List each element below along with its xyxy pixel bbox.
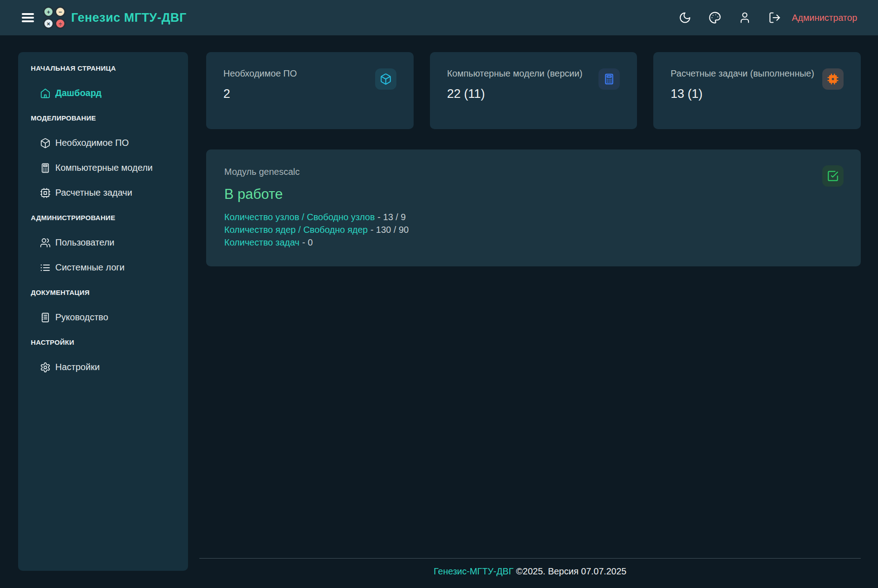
user-role-label: Администратор [792, 13, 857, 23]
sidebar-section-home: НАЧАЛЬНАЯ СТРАНИЦА [18, 56, 188, 81]
app-title: Генезис МГТУ-ДВГ [71, 11, 187, 25]
sidebar-item-label: Пользователи [55, 237, 115, 248]
sidebar-item-label: Руководство [55, 312, 108, 323]
stat-card-computer-models: Компьютерные модели (версии) 22 (11) [430, 52, 637, 129]
footer-copyright: ©2025. Версия 07.07.2025 [516, 566, 627, 576]
stat-card-calc-tasks: Расчетные задачи (выполненные) 13 (1) [653, 52, 861, 129]
module-stat-label: Количество узлов / Свободно узлов [224, 212, 375, 222]
box-icon [40, 138, 51, 149]
divide-icon: ÷ [55, 18, 66, 29]
plus-icon: + [43, 6, 54, 17]
stat-card-icon-tile [375, 68, 396, 90]
sidebar-item-system-logs[interactable]: Системные логи [18, 255, 188, 280]
theme-mode-button[interactable] [679, 11, 691, 24]
sidebar-item-calc-tasks[interactable]: Расчетные задачи [18, 180, 188, 205]
sidebar-item-settings[interactable]: Настройки [18, 355, 188, 380]
sidebar-item-users[interactable]: Пользователи [18, 230, 188, 255]
module-stat-line: Количество задач- 0 [224, 236, 843, 249]
stat-card-icon-tile [822, 68, 844, 90]
profile-button[interactable] [738, 11, 751, 24]
stat-card-label: Необходимое ПО [223, 68, 396, 79]
module-status-icon-tile [822, 165, 844, 187]
logout-button[interactable] [768, 11, 781, 24]
sidebar-item-label: Расчетные задачи [55, 188, 132, 198]
sidebar-item-dashboard[interactable]: Дашбоард [18, 81, 188, 106]
footer: Генезис-МГТУ-ДВГ ©2025. Версия 07.07.202… [199, 566, 861, 577]
module-stat-label: Количество задач [224, 237, 299, 247]
sidebar-section-settings: НАСТРОЙКИ [18, 330, 188, 355]
sidebar-item-label: Необходимое ПО [55, 138, 129, 148]
box-icon [380, 73, 392, 85]
logout-icon [768, 11, 781, 24]
sidebar: НАЧАЛЬНАЯ СТРАНИЦА Дашбоард МОДЕЛИРОВАНИ… [18, 52, 188, 571]
stat-card-value: 22 (11) [447, 87, 620, 101]
list-icon [40, 262, 51, 273]
users-icon [40, 237, 51, 248]
moon-icon [679, 11, 691, 24]
sidebar-item-label: Компьютерные модели [55, 163, 153, 173]
hamburger-bar [22, 13, 34, 15]
gear-icon [40, 362, 51, 373]
footer-divider [199, 558, 861, 559]
module-stat-value: - 13 / 9 [377, 212, 405, 222]
stat-card-label: Компьютерные модели (версии) [447, 68, 620, 79]
stat-card-value: 2 [223, 87, 396, 101]
module-status: В работе [224, 186, 843, 202]
sidebar-section-modeling: МОДЕЛИРОВАНИЕ [18, 106, 188, 130]
sidebar-item-computer-models[interactable]: Компьютерные модели [18, 155, 188, 180]
sidebar-section-administration: АДМИНИСТРИРОВАНИЕ [18, 205, 188, 230]
module-card: Модуль genescalc В работе Количество узл… [206, 149, 861, 266]
stat-cards-row: Необходимое ПО 2 Компьютерные модели (ве… [206, 52, 861, 129]
stat-card-value: 13 (1) [671, 87, 844, 101]
stat-card-label: Расчетные задачи (выполненные) [671, 68, 844, 79]
user-icon [738, 11, 751, 24]
header-actions: Администратор [679, 11, 857, 24]
sidebar-item-manual[interactable]: Руководство [18, 305, 188, 330]
sidebar-section-documentation: ДОКУМЕНТАЦИЯ [18, 280, 188, 305]
hamburger-bar [22, 20, 34, 22]
module-stat-line: Количество ядер / Свободно ядер- 130 / 9… [224, 223, 843, 236]
multiply-icon: × [43, 18, 54, 29]
module-stat-value: - 0 [302, 237, 313, 247]
module-card-label: Модуль genescalc [224, 167, 843, 177]
stat-card-software: Необходимое ПО 2 [206, 52, 414, 129]
calculator-icon [40, 163, 51, 174]
module-stat-line: Количество узлов / Свободно узлов- 13 / … [224, 211, 843, 223]
palette-button[interactable] [709, 11, 721, 24]
home-icon [40, 88, 51, 99]
hamburger-bar [22, 17, 34, 19]
module-stat-label: Количество ядер / Свободно ядер [224, 225, 368, 235]
minus-icon: − [55, 6, 66, 17]
module-stats: Количество узлов / Свободно узлов- 13 / … [224, 211, 843, 249]
calculator-icon [603, 73, 615, 85]
book-icon [40, 312, 51, 323]
sidebar-item-software[interactable]: Необходимое ПО [18, 130, 188, 155]
header: + − × ÷ Генезис МГТУ-ДВГ [0, 0, 878, 35]
footer-brand-link[interactable]: Генезис-МГТУ-ДВГ [434, 566, 513, 576]
module-stat-value: - 130 / 90 [371, 225, 409, 235]
cpu-icon [827, 73, 839, 85]
sidebar-item-label: Настройки [55, 362, 100, 372]
check-square-icon [827, 170, 839, 182]
menu-toggle-button[interactable] [22, 13, 34, 22]
palette-icon [709, 11, 721, 24]
cpu-icon [40, 188, 51, 198]
sidebar-item-label: Дашбоард [55, 88, 101, 98]
sidebar-item-label: Системные логи [55, 262, 125, 273]
stat-card-icon-tile [598, 68, 620, 90]
app-logo[interactable]: + − × ÷ [43, 6, 66, 29]
